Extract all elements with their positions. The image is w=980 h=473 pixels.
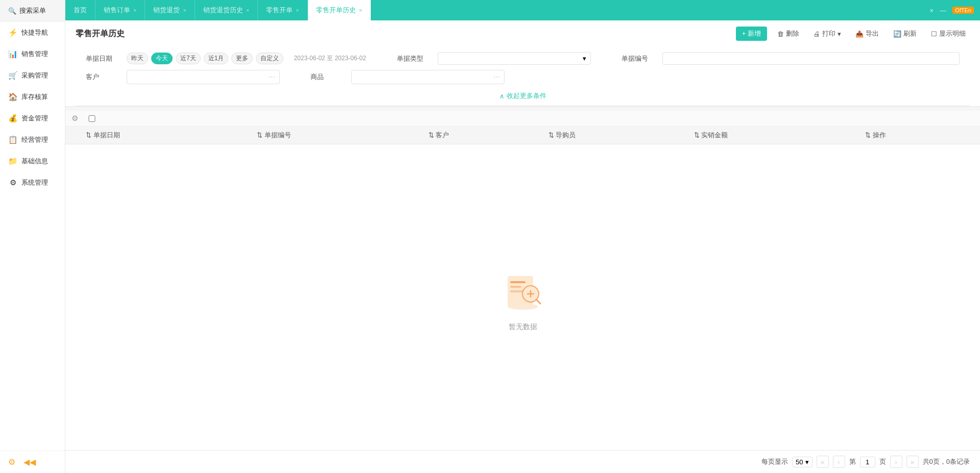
goods-filter-label: 商品 <box>310 72 341 82</box>
print-icon: 🖨 <box>814 30 820 38</box>
col-sort-number[interactable]: ⇅ <box>257 131 262 139</box>
sidebar-item-quick-nav[interactable]: ⚡快捷导航 <box>0 22 65 43</box>
svg-rect-2 <box>510 281 525 283</box>
sidebar-item-system-mgmt[interactable]: ⚙系统管理 <box>0 172 65 193</box>
collapse-sidebar-icon[interactable]: ◀◀ <box>23 457 36 467</box>
tab-home[interactable]: 首页 <box>65 0 95 20</box>
tab-label-retail-open: 零售开单 <box>266 6 293 15</box>
number-input-field[interactable] <box>667 55 955 62</box>
collapse-icon: ∧ <box>499 92 505 100</box>
date-shortcut-自定义[interactable]: 自定义 <box>256 53 283 64</box>
per-page-select[interactable]: 50 ▾ <box>792 457 812 467</box>
first-page-btn[interactable]: « <box>817 456 829 468</box>
tab-close-sales-return[interactable]: × <box>183 7 186 13</box>
per-page-arrow: ▾ <box>805 458 809 466</box>
sidebar-item-sales-mgmt[interactable]: 📊销售管理 <box>0 43 65 65</box>
date-shortcut-更多[interactable]: 更多 <box>231 53 253 64</box>
date-shortcut-昨天[interactable]: 昨天 <box>127 53 148 64</box>
window-min-btn[interactable]: — <box>940 7 946 14</box>
goods-ellipsis: ··· <box>493 72 500 82</box>
col-sort-ops[interactable]: ⇅ <box>865 131 871 139</box>
date-shortcut-近1月[interactable]: 近1月 <box>204 53 229 64</box>
tab-retail-open[interactable]: 零售开单× <box>258 0 307 20</box>
next-page-btn[interactable]: › <box>890 456 902 468</box>
date-shortcut-近7天[interactable]: 近7天 <box>176 53 201 64</box>
tab-sales-return[interactable]: 销货退货× <box>145 0 195 20</box>
collapse-filters-btn[interactable]: ∧ 收起更多条件 <box>86 89 960 101</box>
per-page-value: 50 <box>796 458 803 466</box>
customer-filter-label: 客户 <box>86 72 116 82</box>
number-filter-label: 单据编号 <box>622 54 652 63</box>
per-page-label: 每页显示 <box>761 457 788 466</box>
tab-sales-order[interactable]: 销售订单× <box>95 0 145 20</box>
date-shortcut-今天[interactable]: 今天 <box>151 53 173 64</box>
window-close-btn[interactable]: × <box>930 7 934 14</box>
tab-close-sales-return-history[interactable]: × <box>246 7 249 13</box>
col-header-customer: ⇅ 客户 <box>423 127 543 144</box>
goods-filter-input[interactable]: ··· <box>351 70 505 84</box>
prev-page-btn[interactable]: ‹ <box>833 456 845 468</box>
date-shortcuts: 昨天今天近7天近1月更多自定义 <box>127 53 283 64</box>
sidebar: 🔍 搜索采单 ⚡快捷导航📊销售管理🛒采购管理🏠库存核算💰资金管理📋经营管理📁基础… <box>0 0 65 473</box>
refresh-icon: 🔄 <box>893 30 901 38</box>
sidebar-item-inventory[interactable]: 🏠库存核算 <box>0 86 65 108</box>
delete-label: 删除 <box>786 29 799 38</box>
tab-close-retail-open[interactable]: × <box>296 7 299 13</box>
gear-icon[interactable]: ⚙ <box>8 457 15 467</box>
col-header-guide: ⇅ 导购员 <box>543 127 689 144</box>
refresh-button[interactable]: 🔄 刷新 <box>889 27 921 40</box>
sidebar-footer: ⚙ ◀◀ <box>0 451 65 473</box>
export-button[interactable]: 📤 导出 <box>851 27 883 40</box>
display-detail-button[interactable]: ☐ 显示明细 <box>927 27 970 40</box>
svg-rect-4 <box>510 290 523 292</box>
tab-bar: 首页销售订单×销货退货×销货退货历史×零售开单×零售开单历史× × — OfTE… <box>65 0 980 20</box>
table-settings-icon[interactable]: ⚙ <box>71 114 78 123</box>
print-button[interactable]: 🖨 打印 ▾ <box>809 27 845 40</box>
tab-retail-open-history[interactable]: 零售开单历史× <box>308 0 371 20</box>
pagination-summary: 共0页，0条记录 <box>923 457 970 466</box>
type-filter-select[interactable]: ▾ <box>438 52 591 65</box>
number-filter-input[interactable] <box>662 52 960 65</box>
quick-nav-icon: ⚡ <box>8 28 17 37</box>
col-sort-guide[interactable]: ⇅ <box>548 131 554 139</box>
page-content: 零售开单历史 + 新增 🗑 删除 🖨 打印 ▾ 📤 导出 <box>65 20 980 473</box>
sidebar-search[interactable]: 🔍 搜索采单 <box>0 0 65 22</box>
sidebar-item-label: 经营管理 <box>21 135 48 144</box>
last-page-btn[interactable]: » <box>906 456 919 468</box>
customer-filter-input[interactable]: ··· <box>127 70 280 84</box>
table-container: ⚙ ⇅ 单据日期⇅ 单据编号⇅ 客户⇅ 导购员⇅ 实销金额⇅ 操作 <box>65 111 980 450</box>
sidebar-item-basic-info[interactable]: 📁基础信息 <box>0 151 65 172</box>
svg-line-8 <box>536 300 540 304</box>
tab-close-sales-order[interactable]: × <box>133 7 136 13</box>
col-sort-customer[interactable]: ⇅ <box>428 131 434 139</box>
finance-icon: 💰 <box>8 114 17 123</box>
system-mgmt-icon: ⚙ <box>8 178 17 187</box>
tab-close-retail-open-history[interactable]: × <box>359 7 362 13</box>
customer-input-field[interactable] <box>131 73 269 81</box>
select-all-checkbox[interactable] <box>84 115 100 122</box>
tab-sales-return-history[interactable]: 销货退货历史× <box>195 0 258 20</box>
operations-icon: 📋 <box>8 135 17 144</box>
sidebar-search-label: 搜索采单 <box>19 6 46 15</box>
col-sort-date[interactable]: ⇅ <box>86 131 91 139</box>
filter-area: 单据日期 昨天今天近7天近1月更多自定义 2023-06-02 至 2023-0… <box>76 47 970 106</box>
empty-text: 暂无数据 <box>509 322 537 332</box>
tab-label-sales-order: 销售订单 <box>104 6 130 15</box>
delete-button[interactable]: 🗑 删除 <box>773 27 803 40</box>
sidebar-item-operations[interactable]: 📋经营管理 <box>0 129 65 151</box>
sidebar-item-label: 系统管理 <box>21 178 48 187</box>
pagination: 每页显示 50 ▾ « ‹ 第 1 页 › » 共0页，0条记录 <box>65 450 980 473</box>
current-page-input[interactable]: 1 <box>860 457 875 467</box>
print-dropdown-icon: ▾ <box>838 30 841 38</box>
print-label: 打印 <box>822 29 835 38</box>
page-title: 零售开单历史 <box>76 29 125 39</box>
page-label: 第 <box>849 457 856 466</box>
type-filter-label: 单据类型 <box>397 54 427 63</box>
goods-input-field[interactable] <box>356 73 493 81</box>
col-sort-amount[interactable]: ⇅ <box>694 131 700 139</box>
filter-row-customer: 客户 ··· 商品 ··· <box>86 70 960 84</box>
sidebar-item-purchase-mgmt[interactable]: 🛒采购管理 <box>0 65 65 86</box>
sidebar-item-finance[interactable]: 💰资金管理 <box>0 108 65 129</box>
often-badge[interactable]: OfTEn <box>952 7 974 14</box>
add-button[interactable]: + 新增 <box>736 27 767 41</box>
